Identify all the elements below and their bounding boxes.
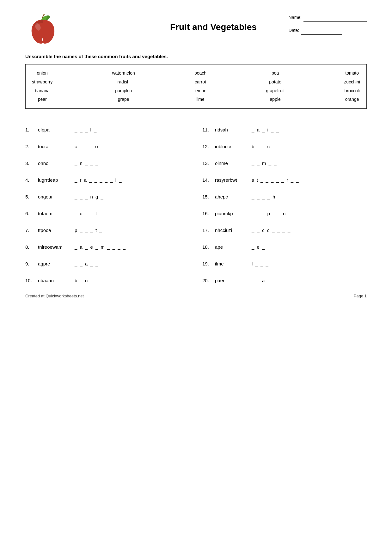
scrambled-word: nbaaan (38, 278, 73, 283)
scrambled-word: iobloccr (215, 144, 250, 149)
wb-word: lemon (194, 87, 206, 95)
scrambled-word: paer (215, 278, 250, 283)
page: Name: Date: Fr (0, 0, 392, 308)
scrambled-word: ilme (215, 261, 250, 266)
exercise-number: 10. (25, 278, 36, 283)
word-bank-col-2: watermelon radish pumpkin grape (112, 70, 135, 103)
answer-blanks: _ e _ (252, 244, 265, 250)
wb-word: grapefruit (266, 87, 285, 95)
answer-blanks: c _ _ _ o _ (75, 144, 104, 149)
exercise-item: 14.rasyrerbwts t _ _ _ _ _ r _ _ (202, 172, 367, 188)
exercise-item: 19.ilmel _ _ _ (202, 255, 367, 272)
scrambled-word: tnlreoewam (38, 244, 73, 250)
word-bank-col-4: pea potato grapefruit apple (266, 70, 285, 103)
exercise-number: 7. (25, 228, 36, 233)
exercise-item: 7.ttpooap _ _ _ t _ (25, 222, 190, 239)
wb-word: potato (269, 78, 281, 86)
exercises-left-col: 1.elppa_ _ _ l _2.tocrarc _ _ _ o _3.onn… (25, 121, 190, 289)
wb-word: pea (272, 70, 279, 77)
exercise-number: 19. (202, 261, 213, 266)
exercise-item: 20.paer_ _ a _ (202, 272, 367, 289)
answer-blanks: l _ _ _ (252, 261, 269, 266)
exercise-number: 18. (202, 244, 213, 250)
instructions: Unscramble the names of these common fru… (25, 54, 367, 59)
exercise-item: 6.totaom_ o _ _ t _ (25, 205, 190, 222)
scrambled-word: agpre (38, 261, 73, 266)
answer-blanks: _ _ _ n g _ (75, 194, 104, 199)
word-bank-col-5: tomato zucchini broccoli orange (344, 70, 360, 103)
scrambled-word: totaom (38, 211, 73, 216)
name-field (303, 13, 367, 22)
exercise-number: 3. (25, 161, 36, 166)
scrambled-word: tocrar (38, 144, 73, 149)
answer-blanks: _ _ m _ _ (252, 161, 277, 166)
exercise-number: 15. (202, 194, 213, 199)
exercise-number: 12. (202, 144, 213, 149)
wb-word: broccoli (345, 87, 360, 95)
scrambled-word: piunmkp (215, 211, 250, 216)
scrambled-word: onnoi (38, 161, 73, 166)
scrambled-word: ttpooa (38, 228, 73, 233)
answer-blanks: p _ _ _ t _ (75, 228, 103, 233)
exercise-item: 3.onnoi_ n _ _ _ (25, 155, 190, 172)
exercise-item: 13.olnme_ _ m _ _ (202, 155, 367, 172)
exercise-number: 4. (25, 177, 36, 183)
wb-word: peach (194, 70, 206, 77)
wb-word: orange (345, 96, 359, 103)
wb-word: strawberry (32, 78, 52, 86)
exercise-item: 5.ongear_ _ _ n g _ (25, 188, 190, 205)
footer-right: Page 1 (354, 294, 367, 298)
answer-blanks: _ o _ _ t _ (75, 211, 103, 216)
answer-blanks: _ a _ e _ m _ _ _ _ (75, 244, 126, 250)
answer-blanks: _ a _ i _ _ (252, 127, 279, 132)
date-line: Date: (289, 26, 367, 35)
date-field (301, 26, 342, 35)
wb-word: grape (118, 96, 129, 103)
answer-blanks: _ _ a _ _ (75, 261, 99, 266)
exercises-grid: 1.elppa_ _ _ l _2.tocrarc _ _ _ o _3.onn… (25, 121, 367, 289)
name-date-area: Name: Date: (289, 13, 367, 39)
word-bank-col-1: onion strawberry banana pear (32, 70, 52, 103)
exercise-number: 9. (25, 261, 36, 266)
wb-word: pumpkin (115, 87, 132, 95)
scrambled-word: olnme (215, 161, 250, 166)
exercises-right-col: 11.ridsah_ a _ i _ _12.iobloccrb _ _ c _… (202, 121, 367, 289)
exercise-number: 17. (202, 228, 213, 233)
wb-word: banana (35, 87, 50, 95)
wb-word: zucchini (344, 78, 360, 86)
exercise-item: 18.ape_ e _ (202, 239, 367, 255)
exercise-number: 8. (25, 244, 36, 250)
wb-word: lime (196, 96, 205, 103)
scrambled-word: ongear (38, 194, 73, 199)
wb-word: onion (37, 70, 48, 77)
exercise-number: 11. (202, 127, 213, 132)
exercise-item: 9.agpre_ _ a _ _ (25, 255, 190, 272)
scrambled-word: ridsah (215, 127, 250, 132)
word-bank-col-3: peach carrot lemon lime (194, 70, 206, 103)
exercise-item: 1.elppa_ _ _ l _ (25, 121, 190, 138)
scrambled-word: rasyrerbwt (215, 177, 250, 183)
wb-word: tomato (345, 70, 359, 77)
answer-blanks: _ _ c c _ _ _ _ (252, 228, 291, 233)
wb-word: radish (118, 78, 130, 86)
answer-blanks: s t _ _ _ _ _ r _ _ (252, 177, 299, 183)
footer: Created at Quickworksheets.net Page 1 (25, 291, 367, 298)
date-label: Date: (289, 26, 299, 35)
exercise-number: 16. (202, 211, 213, 216)
scrambled-word: iugrrtfeap (38, 177, 73, 183)
exercise-item: 16.piunmkp_ _ _ p _ _ n (202, 205, 367, 222)
name-label: Name: (289, 13, 302, 22)
answer-blanks: b _ n _ _ _ (75, 278, 104, 283)
apple-image (25, 13, 60, 47)
exercise-number: 5. (25, 194, 36, 199)
exercise-item: 2.tocrarc _ _ _ o _ (25, 138, 190, 155)
exercise-number: 6. (25, 211, 36, 216)
answer-blanks: _ _ _ l _ (75, 127, 97, 132)
scrambled-word: ape (215, 244, 250, 250)
name-line: Name: (289, 13, 367, 22)
exercise-item: 12.iobloccrb _ _ c _ _ _ _ (202, 138, 367, 155)
exercise-item: 17.nhcciuzi_ _ c c _ _ _ _ (202, 222, 367, 239)
answer-blanks: b _ _ c _ _ _ _ (252, 144, 291, 149)
exercise-number: 20. (202, 278, 213, 283)
exercise-number: 1. (25, 127, 36, 132)
